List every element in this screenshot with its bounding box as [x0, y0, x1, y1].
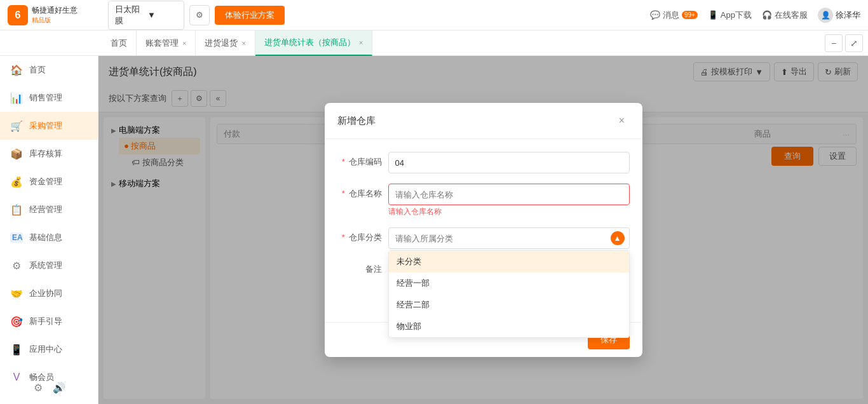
warehouse-category-input[interactable]	[388, 227, 630, 249]
app-download-item[interactable]: 📱 App下载	[708, 10, 752, 21]
required-mark-3: *	[342, 232, 345, 242]
dropdown-arrow-icon: ▼	[147, 10, 177, 20]
tab-minimize-button[interactable]: −	[825, 34, 843, 52]
message-icon: 💬	[650, 10, 660, 20]
main-layout: 🏠 首页 📊 销售管理 🛒 采购管理 📦 库存核算 💰 资金管理 📋 经营管理 …	[0, 56, 868, 404]
tab-account-label: 账套管理	[146, 37, 179, 49]
sidebar-guide-label: 新手引导	[29, 316, 62, 327]
sidebar-volume-icon[interactable]: 🔊	[53, 382, 65, 394]
dropdown-item-dept2[interactable]: 经营二部	[389, 294, 629, 316]
tab-bar: 首页 账套管理 × 进货退货 × 进货单统计表（按商品） × − ⤢	[0, 30, 868, 56]
inventory-icon: 📦	[10, 148, 23, 160]
tab-expand-button[interactable]: ⤢	[845, 34, 863, 52]
enterprise-icon: 🤝	[10, 288, 23, 300]
sidebar-item-purchase[interactable]: 🛒 采购管理	[0, 112, 98, 140]
operations-icon: 📋	[10, 204, 23, 216]
tab-home-label: 首页	[111, 37, 127, 49]
required-mark-2: *	[342, 189, 345, 198]
dropdown-item-uncategorized[interactable]: 未分类	[389, 251, 629, 273]
warehouse-name-row: * 仓库名称 请输入仓库名称	[337, 184, 630, 217]
logo-badge: 精品版	[32, 16, 78, 25]
top-header: 6 畅捷通好生意 精品版 日太阳膜 ▼ ⚙ 体验行业方案 💬 消息 99+ 📱 …	[0, 0, 868, 30]
sidebar-system-label: 系统管理	[29, 260, 62, 271]
logo-icon: 6	[8, 5, 28, 25]
warehouse-name-input[interactable]	[388, 184, 630, 205]
purchase-icon: 🛒	[10, 120, 23, 132]
online-service-label: 在线客服	[775, 10, 808, 21]
dropdown-item-dept1[interactable]: 经营一部	[389, 273, 629, 294]
content-area: 进货单统计(按商品) 🖨 按模板打印 ▼ ⬆ 导出 ↻ 刷新 按以下方案查询	[98, 56, 868, 404]
warehouse-category-select-wrap: ▲	[388, 227, 630, 249]
warehouse-name-control: 请输入仓库名称	[388, 184, 630, 217]
tab-account[interactable]: 账套管理 ×	[137, 30, 196, 56]
home-icon: 🏠	[10, 64, 23, 76]
warehouse-name-error: 请输入仓库名称	[388, 206, 630, 217]
sidebar-finance-label: 资金管理	[29, 176, 62, 187]
sidebar-sales-label: 销售管理	[29, 92, 62, 104]
basic-info-icon: EA	[10, 232, 23, 243]
tab-return-label: 进货退货	[205, 37, 238, 49]
header-right: 💬 消息 99+ 📱 App下载 🎧 在线客服 👤 徐泽华	[650, 8, 860, 23]
modal-title: 新增仓库	[337, 115, 376, 127]
system-icon: ⚙	[10, 260, 23, 272]
tab-home[interactable]: 首页	[102, 30, 137, 56]
sidebar-item-system[interactable]: ⚙ 系统管理	[0, 252, 98, 279]
warehouse-code-input[interactable]	[388, 152, 630, 173]
store-selector[interactable]: 日太阳膜 ▼	[108, 1, 184, 30]
warehouse-code-row: * 仓库编码	[337, 152, 630, 173]
sidebar-item-sales[interactable]: 📊 销售管理	[0, 84, 98, 112]
user-name: 徐泽华	[836, 10, 860, 21]
warehouse-code-control	[388, 152, 630, 173]
modal-body: * 仓库编码 * 仓库名称	[325, 139, 642, 322]
apps-icon: 📱	[10, 344, 23, 356]
settings-button[interactable]: ⚙	[189, 5, 210, 25]
modal-close-button[interactable]: ×	[614, 113, 630, 128]
sidebar-item-inventory[interactable]: 📦 库存核算	[0, 140, 98, 168]
tab-return[interactable]: 进货退货 ×	[196, 30, 255, 56]
notes-label: 备注	[337, 259, 382, 275]
finance-icon: 💰	[10, 176, 23, 188]
sidebar-item-home[interactable]: 🏠 首页	[0, 56, 98, 84]
tab-stats[interactable]: 进货单统计表（按商品） ×	[255, 30, 372, 56]
sidebar-item-enterprise[interactable]: 🤝 企业协同	[0, 279, 98, 307]
app-download-label: App下载	[721, 10, 752, 21]
tab-stats-close[interactable]: ×	[359, 39, 363, 46]
sidebar-apps-label: 应用中心	[29, 344, 62, 355]
warehouse-category-control: ▲ 未分类 经营一部 经营二部 物业部	[388, 227, 630, 249]
warehouse-category-label: * 仓库分类	[337, 227, 382, 243]
store-name: 日太阳膜	[115, 4, 145, 27]
guide-icon: 🎯	[10, 316, 23, 328]
category-dropdown-toggle[interactable]: ▲	[611, 231, 625, 245]
sidebar-inventory-label: 库存核算	[29, 148, 62, 159]
gear-icon: ⚙	[196, 10, 203, 20]
sidebar-enterprise-label: 企业协同	[29, 288, 62, 299]
tab-account-close[interactable]: ×	[182, 39, 186, 47]
new-warehouse-modal: 新增仓库 × * 仓库编码	[325, 103, 642, 357]
message-item[interactable]: 💬 消息 99+	[650, 10, 698, 21]
sidebar-item-basic-info[interactable]: EA 基础信息	[0, 224, 98, 252]
tab-bar-right: − ⤢	[825, 34, 868, 52]
headset-icon: 🎧	[762, 10, 772, 20]
sidebar-item-operations[interactable]: 📋 经营管理	[0, 196, 98, 224]
sidebar-settings-icon[interactable]: ⚙	[34, 382, 43, 394]
tab-stats-label: 进货单统计表（按商品）	[264, 37, 355, 48]
sidebar-item-apps[interactable]: 📱 应用中心	[0, 335, 98, 363]
sidebar-purchase-label: 采购管理	[29, 120, 62, 131]
warehouse-name-label: * 仓库名称	[337, 184, 382, 199]
user-item[interactable]: 👤 徐泽华	[818, 8, 860, 23]
sidebar-operations-label: 经营管理	[29, 204, 62, 215]
online-service-item[interactable]: 🎧 在线客服	[762, 10, 808, 21]
logo-text-area: 畅捷通好生意 精品版	[32, 5, 78, 25]
dropdown-item-property[interactable]: 物业部	[389, 316, 629, 337]
trial-button[interactable]: 体验行业方案	[215, 6, 285, 25]
sidebar-bottom: ⚙ 🔊	[0, 377, 98, 399]
message-label: 消息	[663, 10, 679, 21]
sidebar: 🏠 首页 📊 销售管理 🛒 采购管理 📦 库存核算 💰 资金管理 📋 经营管理 …	[0, 56, 98, 404]
logo-text: 畅捷通好生意	[32, 5, 78, 16]
sidebar-home-label: 首页	[29, 64, 46, 76]
sidebar-item-guide[interactable]: 🎯 新手引导	[0, 307, 98, 335]
logo-area: 6 畅捷通好生意 精品版	[8, 5, 103, 25]
warehouse-category-row: * 仓库分类 ▲ 未分类 经营一部 经	[337, 227, 630, 249]
tab-return-close[interactable]: ×	[241, 39, 245, 47]
sidebar-item-finance[interactable]: 💰 资金管理	[0, 168, 98, 196]
